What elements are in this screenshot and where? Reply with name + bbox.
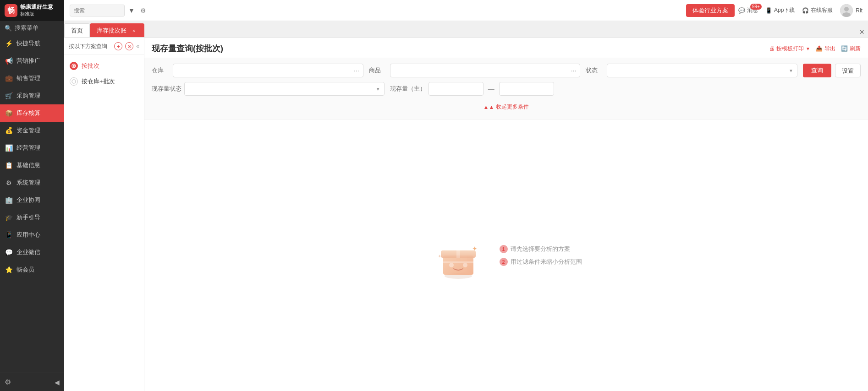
sidebar-item-basic[interactable]: 📋 基础信息 — [0, 157, 64, 174]
scheme-item-by-warehouse-batch[interactable]: 按仓库+批次 — [64, 74, 144, 89]
export-button[interactable]: 📤 导出 — [816, 45, 835, 53]
svg-rect-8 — [443, 261, 473, 263]
topbar-app-download[interactable]: 📱 App下载 — [765, 6, 795, 14]
step-1-circle: 1 — [500, 245, 508, 253]
svg-point-12 — [463, 263, 467, 267]
page-close-button[interactable]: × — [859, 27, 864, 37]
collapse-row[interactable]: ▲▲ 收起更多条件 — [152, 100, 861, 114]
stock-status-chevron-icon: ▼ — [376, 87, 380, 92]
scheme-settings-button[interactable]: ⊙ — [125, 42, 133, 50]
finance-icon: 💰 — [5, 126, 13, 135]
search-icon: 🔍 — [5, 25, 12, 32]
sidebar-item-operations[interactable]: 📊 经营管理 — [0, 139, 64, 157]
topbar-online-service[interactable]: 🎧 在线客服 — [802, 6, 833, 14]
scheme-item-by-batch[interactable]: 按批次 — [64, 58, 144, 74]
refresh-button[interactable]: 🔄 刷新 — [841, 45, 861, 53]
query-button[interactable]: 查询 — [803, 64, 831, 77]
collapse-up-icon: ▲▲ — [483, 104, 494, 110]
enterprise-icon: 🏢 — [5, 196, 13, 204]
settings-footer-icon[interactable]: ⚙ — [5, 378, 11, 386]
app-download-icon: 📱 — [765, 7, 772, 14]
sidebar-label-sales: 销售管理 — [16, 74, 40, 82]
sidebar-item-newbie[interactable]: 🎓 新手引导 — [0, 209, 64, 226]
close-x[interactable]: × — [130, 27, 137, 34]
warehouse-field: 仓库 ··· — [152, 64, 363, 77]
tab-home[interactable]: 首页 — [64, 23, 90, 37]
stock-qty-field: 现存量（主） — — [390, 82, 623, 96]
tabs-bar: 首页 库存批次账 × × — [64, 21, 868, 38]
topbar-settings-btn[interactable]: ⚙ — [138, 5, 148, 16]
topbar-dropdown-btn[interactable]: ▼ — [126, 5, 137, 16]
tab-active[interactable]: 库存批次账 × — [90, 23, 144, 37]
status-field: 状态 ▼ — [586, 64, 797, 77]
member-icon: ⭐ — [5, 266, 13, 274]
app-title: 畅康通好生意 — [20, 4, 53, 11]
topbar-messages[interactable]: 💬 消息 99+ — [738, 6, 758, 14]
product-input[interactable]: ··· — [390, 64, 581, 77]
stock-qty-min-input[interactable] — [429, 82, 483, 96]
sidebar-label-marketing: 营销推广 — [16, 57, 40, 65]
product-dots-icon: ··· — [571, 67, 577, 74]
sidebar-item-sales[interactable]: 💼 销售管理 — [0, 70, 64, 87]
wechat-icon: 💬 — [5, 248, 13, 256]
sidebar-item-purchase[interactable]: 🛒 采购管理 — [0, 87, 64, 104]
sidebar-label-finance: 资金管理 — [16, 126, 40, 135]
warehouse-input[interactable]: ··· — [173, 64, 363, 77]
svg-point-5 — [72, 80, 76, 83]
svg-text:✦: ✦ — [472, 245, 478, 252]
sidebar-label-inventory: 库存核算 — [16, 109, 40, 117]
print-dropdown-icon[interactable]: ▼ — [806, 46, 810, 51]
topbar-search-input[interactable] — [70, 5, 125, 16]
settings-button[interactable]: 设置 — [835, 64, 861, 77]
username-label[interactable]: Rit — [856, 7, 863, 14]
sidebar-item-finance[interactable]: 💰 资金管理 — [0, 122, 64, 139]
sidebar-footer: ⚙ ◀ — [0, 373, 64, 391]
sidebar-item-quick-nav[interactable]: ⚡ 快捷导航 — [0, 35, 64, 52]
sidebar-item-appstore[interactable]: 📱 应用中心 — [0, 226, 64, 244]
service-label: 在线客服 — [811, 6, 833, 14]
print-button[interactable]: 🖨 按模板打印 ▼ — [769, 45, 810, 53]
sidebar-item-enterprise[interactable]: 🏢 企业协同 — [0, 191, 64, 209]
empty-hint-texts: 1 请先选择要分析的方案 2 用过滤条件来缩小分析范围 — [500, 245, 582, 266]
product-label: 商品 — [369, 66, 387, 75]
avatar-icon — [840, 4, 853, 17]
sidebar-search[interactable]: 🔍 搜索菜单 — [0, 21, 64, 35]
stock-qty-label: 现存量（主） — [390, 85, 426, 93]
sidebar-item-system[interactable]: ⚙ 系统管理 — [0, 174, 64, 191]
purchase-icon: 🛒 — [5, 92, 13, 100]
warehouse-label: 仓库 — [152, 66, 170, 75]
collapse-sidebar-icon[interactable]: ◀ — [55, 379, 60, 386]
sidebar-item-marketing[interactable]: 📢 营销推广 — [0, 52, 64, 70]
filter-row-1: 仓库 ··· 商品 ··· 状态 — [152, 64, 861, 77]
status-dropdown[interactable]: ▼ — [607, 64, 797, 77]
sidebar-item-wechat[interactable]: 💬 企业微信 — [0, 244, 64, 261]
stock-qty-max-input[interactable] — [499, 82, 554, 96]
sidebar-label-newbie: 新手引导 — [16, 213, 40, 222]
app-subtitle: 标准版 — [20, 11, 53, 17]
app-download-label: App下载 — [774, 6, 795, 14]
sidebar-search-label: 搜索菜单 — [15, 24, 38, 32]
empty-state: ✦ ✦ 1 请先选择要分析的方案 2 用过滤条件来缩小分析范围 — [144, 119, 868, 391]
collapse-label: 收起更多条件 — [496, 103, 529, 111]
svg-text:✦: ✦ — [438, 254, 441, 259]
system-icon: ⚙ — [5, 179, 13, 187]
stock-status-dropdown[interactable]: ▼ — [184, 82, 385, 96]
filter-area: 仓库 ··· 商品 ··· 状态 — [144, 58, 868, 119]
sidebar-item-inventory[interactable]: 📦 库存核算 — [0, 104, 64, 122]
filter-row-2: 现存量状态 ▼ 现存量（主） — — [152, 82, 861, 96]
scheme-dot-active — [70, 62, 78, 70]
empty-hint-1-text: 请先选择要分析的方案 — [511, 245, 570, 253]
scheme-item-label-2: 按仓库+批次 — [82, 77, 115, 86]
sidebar-item-member[interactable]: ⭐ 畅会员 — [0, 261, 64, 278]
page-title: 现存量查询(按批次) — [152, 43, 223, 54]
sidebar-title-block: 畅康通好生意 标准版 — [20, 4, 53, 17]
stock-qty-dash: — — [488, 85, 494, 92]
sidebar-label-basic: 基础信息 — [16, 161, 40, 169]
scheme-collapse-icon[interactable]: « — [136, 43, 139, 49]
scheme-add-button[interactable]: + — [114, 42, 122, 50]
sidebar-label-appstore: 应用中心 — [16, 231, 40, 239]
product-field: 商品 ··· — [369, 64, 581, 77]
content-area: 按以下方案查询 + ⊙ « 按批次 按仓库+批次 — [64, 38, 868, 391]
experience-btn[interactable]: 体验行业方案 — [686, 4, 735, 17]
tab-close-icon[interactable]: × — [130, 27, 137, 34]
